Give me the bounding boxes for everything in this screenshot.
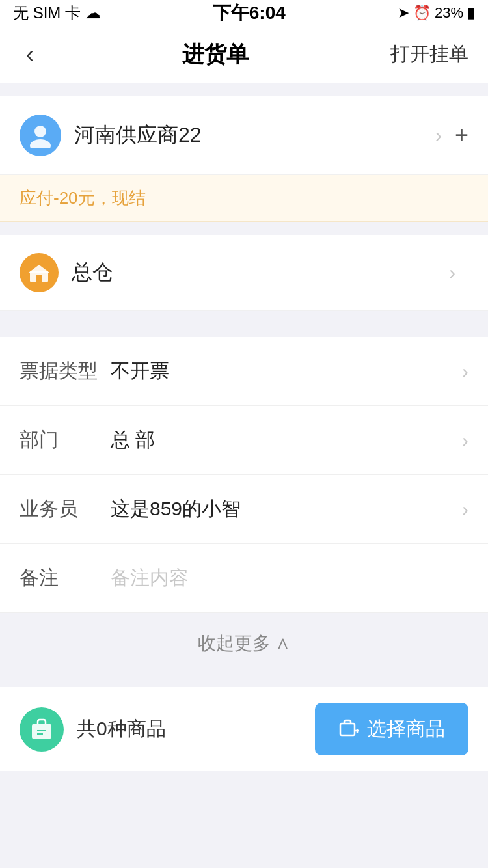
back-button[interactable]: ‹ xyxy=(20,34,40,75)
svg-rect-4 xyxy=(36,275,42,282)
supplier-section: 河南供应商22 › + 应付-20元，现结 xyxy=(0,96,488,222)
svg-marker-3 xyxy=(29,265,49,273)
supplier-row[interactable]: 河南供应商22 › + xyxy=(0,96,488,175)
invoice-type-label: 票据类型 xyxy=(20,358,111,385)
select-product-button[interactable]: 选择商品 xyxy=(315,703,468,755)
nav-bar: ‹ 进货单 打开挂单 xyxy=(0,26,488,83)
notice-banner: 应付-20元，现结 xyxy=(0,175,488,222)
svg-point-1 xyxy=(30,139,51,148)
salesperson-chevron-icon: › xyxy=(462,498,468,521)
add-supplier-button[interactable]: + xyxy=(455,122,468,149)
supplier-chevron-icon: › xyxy=(435,124,442,146)
divider-2 xyxy=(0,311,488,324)
invoice-type-value: 不开票 xyxy=(111,358,462,385)
warehouse-icon xyxy=(20,253,59,292)
select-product-icon xyxy=(338,719,359,740)
open-pending-button[interactable]: 打开挂单 xyxy=(390,41,468,68)
product-count: 共0种商品 xyxy=(77,716,302,742)
department-label: 部门 xyxy=(20,427,111,454)
product-icon xyxy=(29,716,55,742)
warehouse-section: 总仓 › xyxy=(0,235,488,311)
bottom-section: 共0种商品 选择商品 xyxy=(0,687,488,771)
svg-point-0 xyxy=(34,126,46,137)
person-icon xyxy=(27,122,53,148)
remark-row[interactable]: 备注 备注内容 xyxy=(0,544,488,613)
invoice-type-chevron-icon: › xyxy=(462,360,468,383)
salesperson-row[interactable]: 业务员 这是859的小智 › xyxy=(0,475,488,544)
alarm-icon: ⏰ xyxy=(413,5,431,21)
salesperson-value: 这是859的小智 xyxy=(111,496,462,522)
invoice-type-row[interactable]: 票据类型 不开票 › xyxy=(0,337,488,406)
page-background xyxy=(0,771,488,868)
top-divider xyxy=(0,83,488,96)
department-value: 总 部 xyxy=(111,427,462,454)
battery-level: 23% xyxy=(435,5,463,21)
collapse-button[interactable]: 收起更多 ∧ xyxy=(0,613,488,674)
divider-1 xyxy=(0,222,488,235)
supplier-name: 河南供应商22 xyxy=(74,121,435,150)
sim-status: 无 SIM 卡 ☁ xyxy=(13,3,101,23)
select-product-label: 选择商品 xyxy=(367,716,445,742)
remark-input[interactable]: 备注内容 xyxy=(111,565,468,591)
product-icon-wrap xyxy=(20,707,64,752)
warehouse-name: 总仓 xyxy=(72,258,449,287)
status-left: 无 SIM 卡 ☁ xyxy=(13,3,101,23)
department-chevron-icon: › xyxy=(462,429,468,452)
status-right: ➤ ⏰ 23% ▮ xyxy=(398,5,475,21)
salesperson-label: 业务员 xyxy=(20,496,111,522)
status-bar: 无 SIM 卡 ☁ 下午6:04 ➤ ⏰ 23% ▮ xyxy=(0,0,488,26)
svg-rect-8 xyxy=(340,724,355,735)
page-title: 进货单 xyxy=(182,40,249,70)
remark-label: 备注 xyxy=(20,565,111,591)
location-icon: ➤ xyxy=(398,5,409,21)
status-time: 下午6:04 xyxy=(213,1,286,25)
supplier-avatar xyxy=(20,115,61,156)
battery-icon: ▮ xyxy=(467,5,475,21)
department-row[interactable]: 部门 总 部 › xyxy=(0,406,488,475)
form-section: 票据类型 不开票 › 部门 总 部 › 业务员 这是859的小智 › 备注 备注… xyxy=(0,337,488,613)
warehouse-building-icon xyxy=(27,261,51,284)
warehouse-row[interactable]: 总仓 › xyxy=(0,235,488,311)
warehouse-chevron-icon: › xyxy=(449,262,455,284)
